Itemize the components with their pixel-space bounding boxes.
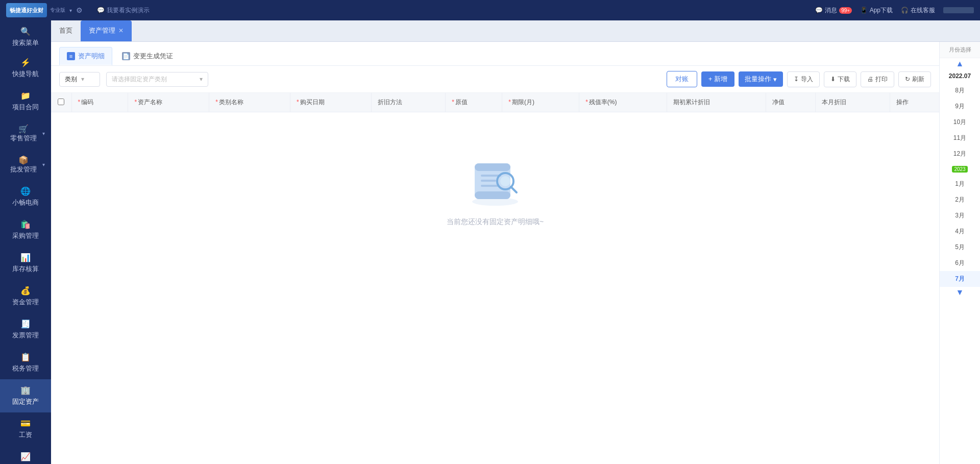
table-area: *编码 *资产名称 *类别名称 *购买日期 xyxy=(51,93,939,464)
month-item-2023-7[interactable]: 7月 xyxy=(940,271,980,287)
month-item-2023-6[interactable]: 6月 xyxy=(940,255,980,271)
col-purchase-date: *购买日期 xyxy=(290,93,372,112)
retail-icon: 🛒 xyxy=(18,124,29,134)
month-item-2023-3[interactable]: 3月 xyxy=(940,208,980,224)
empty-illustration xyxy=(464,153,526,209)
invoice-icon: 🧾 xyxy=(20,319,31,329)
home-tab-label: 首页 xyxy=(59,26,72,35)
sidebar-item-fixed-assets[interactable]: 🏢 固定资产 xyxy=(0,379,51,412)
month-item-11[interactable]: 11月 xyxy=(940,130,980,146)
toolbar-left: 类别 ▾ 请选择固定资产类别 ▾ xyxy=(59,72,208,87)
sub-tabs: ≡ 资产明细 📄 变更生成凭证 xyxy=(59,47,181,65)
quick-nav-icon: ⚡ xyxy=(20,58,31,67)
sidebar-item-finance[interactable]: 💰 资金管理 xyxy=(0,280,51,313)
salary-icon: 💳 xyxy=(20,419,31,428)
month-item-10[interactable]: 10月 xyxy=(940,114,980,130)
project-icon: 📁 xyxy=(20,91,31,101)
select-dropdown-icon: ▾ xyxy=(81,76,84,83)
sidebar-item-wholesale[interactable]: 📦 批发管理 ▾ xyxy=(0,149,51,180)
month-item-12[interactable]: 12月 xyxy=(940,146,980,162)
sidebar-item-label: 税务管理 xyxy=(12,364,39,373)
add-button[interactable]: + 新增 xyxy=(701,71,734,87)
col-depreciation-method: 折旧方法 xyxy=(371,93,446,112)
refresh-icon: ↻ xyxy=(905,76,910,83)
app-download-button[interactable]: 📱 App下载 xyxy=(860,6,893,15)
year-2022-label: 2022.07 xyxy=(940,69,980,83)
download-icon: ⬇ xyxy=(830,76,836,83)
sidebar-item-label: 搜索菜单 xyxy=(12,38,39,47)
month-item-2023-4[interactable]: 4月 xyxy=(940,224,980,239)
demo-link[interactable]: 💬 我要看实例演示 xyxy=(97,6,150,15)
print-icon: 🖨 xyxy=(867,76,873,83)
month-item-2023-5[interactable]: 5月 xyxy=(940,239,980,255)
app-download-icon: 📱 xyxy=(860,7,868,14)
asset-mgmt-tab-label: 资产管理 xyxy=(89,26,115,35)
print-button[interactable]: 🖨 打印 xyxy=(861,71,894,87)
month-item-2023-2[interactable]: 2月 xyxy=(940,192,980,208)
sidebar-item-label: 库存核算 xyxy=(12,264,39,274)
batch-operation-button[interactable]: 批量操作 ▾ xyxy=(739,71,783,87)
year-badge: 2023 xyxy=(952,166,967,173)
online-service-button[interactable]: 🎧 在线客服 xyxy=(901,6,935,15)
download-button[interactable]: ⬇ 下载 xyxy=(824,71,856,87)
import-icon: ↧ xyxy=(794,76,799,83)
settings-icon[interactable]: ⚙ xyxy=(76,6,83,14)
col-code: *编码 xyxy=(71,93,128,112)
brand-logo: 畅捷通好业财 xyxy=(6,3,47,17)
sidebar-item-search[interactable]: 🔍 搜索菜单 xyxy=(0,22,51,52)
user-name xyxy=(943,7,974,13)
month-item-9[interactable]: 9月 xyxy=(940,99,980,114)
col-monthly-depreciation: 本月折旧 xyxy=(816,93,890,112)
sidebar-item-quick-nav[interactable]: ⚡ 快捷导航 xyxy=(0,52,51,85)
tab-home[interactable]: 首页 xyxy=(51,20,81,41)
asset-detail-icon: ≡ xyxy=(67,52,75,60)
select-all-checkbox[interactable] xyxy=(58,99,64,105)
svg-point-8 xyxy=(500,176,510,186)
sidebar-item-label: 采购管理 xyxy=(12,231,39,240)
import-button[interactable]: ↧ 导入 xyxy=(787,71,820,87)
toolbar: 类别 ▾ 请选择固定资产类别 ▾ 对账 + 新增 xyxy=(51,66,939,93)
app-download-label: App下载 xyxy=(870,6,893,15)
main-layout: 🔍 搜索菜单 ⚡ 快捷导航 📁 项目合同 🛒 零售管理 ▾ 📦 批发管理 ▾ xyxy=(0,20,980,464)
month-item-2023-1[interactable]: 1月 xyxy=(940,176,980,192)
svg-rect-3 xyxy=(475,191,510,199)
svg-rect-2 xyxy=(475,163,510,171)
top-bar: 畅捷通好业财 专业版 ▾ ⚙ 💬 我要看实例演示 💬 消息 99+ 📱 App下… xyxy=(0,0,980,20)
refresh-button[interactable]: ↻ 刷新 xyxy=(898,71,931,87)
change-voucher-label: 变更生成凭证 xyxy=(133,52,173,61)
tax-icon: 📋 xyxy=(20,352,31,362)
print-label: 打印 xyxy=(875,75,888,84)
col-residual-rate: *残值率(%) xyxy=(579,93,667,112)
sidebar-item-retail[interactable]: 🛒 零售管理 ▾ xyxy=(0,118,51,149)
sidebar-item-ecommerce[interactable]: 🌐 小畅电商 xyxy=(0,180,51,213)
reconcile-button[interactable]: 对账 xyxy=(667,71,697,87)
month-nav-down[interactable]: ▼ xyxy=(940,287,980,298)
headset-icon: 🎧 xyxy=(901,7,909,14)
month-nav-up-button[interactable]: ▲ xyxy=(940,58,980,69)
tab-asset-management[interactable]: 资产管理 ✕ xyxy=(81,20,132,41)
sidebar-item-operations[interactable]: 📈 经营管理 xyxy=(0,446,51,464)
month-nav-up[interactable]: ▲ xyxy=(940,58,980,69)
month-item-8[interactable]: 8月 xyxy=(940,83,980,99)
sidebar-item-tax[interactable]: 📋 税务管理 xyxy=(0,346,51,379)
tab-asset-detail[interactable]: ≡ 资产明细 xyxy=(59,47,112,65)
message-button[interactable]: 💬 消息 99+ xyxy=(815,6,851,15)
brand-dropdown-arrow[interactable]: ▾ xyxy=(69,8,72,13)
year-2023-badge-item: 2023 xyxy=(940,162,980,176)
category-select[interactable]: 类别 ▾ xyxy=(59,72,100,87)
category-filter-input[interactable]: 请选择固定资产类别 ▾ xyxy=(106,72,208,87)
sidebar-item-inventory[interactable]: 📊 库存核算 xyxy=(0,247,51,280)
month-nav-down-button[interactable]: ▼ xyxy=(940,287,980,298)
sidebar-item-label: 固定资产 xyxy=(12,397,39,406)
assets-table: *编码 *资产名称 *类别名称 *购买日期 xyxy=(51,93,939,267)
change-voucher-icon: 📄 xyxy=(122,52,130,60)
col-category: *类别名称 xyxy=(209,93,290,112)
sidebar-item-salary[interactable]: 💳 工资 xyxy=(0,412,51,446)
tab-change-voucher[interactable]: 📄 变更生成凭证 xyxy=(114,47,181,65)
sidebar-item-label: 工资 xyxy=(19,430,32,439)
wholesale-icon: 📦 xyxy=(18,155,29,165)
sidebar-item-project[interactable]: 📁 项目合同 xyxy=(0,85,51,118)
tab-close-button[interactable]: ✕ xyxy=(118,27,124,34)
sidebar-item-purchase[interactable]: 🛍️ 采购管理 xyxy=(0,213,51,247)
sidebar-item-invoice[interactable]: 🧾 发票管理 xyxy=(0,313,51,346)
